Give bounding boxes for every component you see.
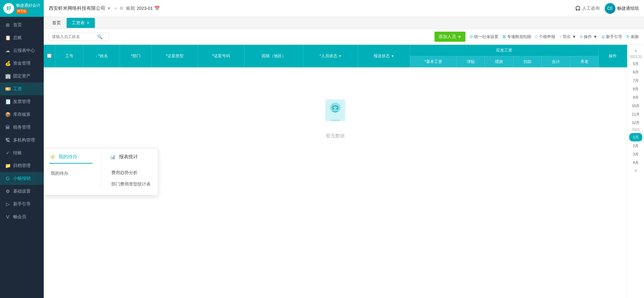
sidebar: 好 畅捷通好会计 网页版 ⊞ 首页 📋 总账 ☁ 云报表中心 💰 资金管理 🏢 … [0, 0, 44, 298]
sidebar-item-invoice[interactable]: 🧾 发票管理 [0, 95, 44, 108]
col-group-should-salary: 应发工资 [410, 45, 599, 56]
customer-service[interactable]: 🎧 人工咨询 [575, 5, 600, 11]
person-status-filter-icon[interactable]: ▼ [338, 54, 342, 58]
timeline-month-3[interactable]: 3月 [628, 150, 644, 159]
company-dropdown-icon: ▼ [107, 6, 111, 11]
popup-section-todo: ⚡ 我的待办 我的待办 [49, 154, 92, 190]
search-input[interactable] [52, 34, 96, 39]
timeline-month-7[interactable]: 7月 [628, 76, 644, 85]
invoice-icon: 🧾 [5, 99, 10, 104]
tax-report-icon: □ [535, 34, 538, 39]
sidebar-item-cloud-report[interactable]: ☁ 云报表中心 [0, 44, 44, 57]
new-guide-action[interactable]: ◎ 新手引导 [601, 34, 622, 40]
tab-close-icon[interactable]: ✕ [86, 21, 90, 25]
timeline-up-icon[interactable]: ▲ [633, 46, 639, 54]
toolbar: 🔍 添加人员 ▼ ⊙ 统一社保设置 ⊞ 专项附加扣除 □ 个税申报 ↑ 导出 [44, 29, 644, 45]
export-action[interactable]: ↑ 导出 ▼ [559, 34, 576, 40]
settings-icon[interactable]: ⚙ [119, 6, 123, 11]
sidebar-item-fund[interactable]: 💰 资金管理 [0, 57, 44, 70]
svg-point-2 [330, 103, 340, 113]
timeline-month-12[interactable]: 12月 [628, 119, 644, 127]
popup-section-reports: 📊 报表统计 费用趋势分析 部门费用类型统计表 [110, 154, 153, 190]
timeline-month-9[interactable]: 9月 [628, 93, 644, 102]
operation-action[interactable]: ≡ 操作 ▼ [580, 34, 597, 40]
logo-text: 畅捷通好会计 网页版 [16, 3, 40, 13]
timeline-month-1-current[interactable]: 1月 [629, 133, 642, 141]
tax-report-action[interactable]: □ 个税申报 [535, 34, 555, 40]
settings-icon: ⚙ [5, 189, 10, 194]
tab-home[interactable]: 首页 [47, 18, 66, 28]
fixed-asset-icon: 🏢 [5, 73, 10, 79]
timeline-month-2[interactable]: 2月 [628, 142, 644, 150]
sidebar-item-new-guide[interactable]: ▷ 新手引导 [0, 198, 44, 210]
popup-todo-item[interactable]: 我的待办 [49, 168, 92, 179]
sidebar-item-salary[interactable]: 💴 工资 [0, 82, 44, 95]
col-id-num: *证星号码 [198, 45, 244, 67]
sidebar-item-tax[interactable]: 🏛 税务管理 [0, 121, 44, 134]
reports-icon: 📊 [110, 154, 116, 160]
social-security-action[interactable]: ⊙ 统一社保设置 [469, 34, 498, 40]
timeline-month-11[interactable]: 11月 [628, 110, 644, 119]
user-profile[interactable]: CE 畅捷通组组 [605, 3, 639, 14]
timeline-month-5[interactable]: 5月 [628, 60, 644, 68]
topbar-right: 🎧 人工咨询 CE 畅捷通组组 [575, 3, 639, 14]
popup-reports-title: 📊 报表统计 [110, 154, 153, 163]
add-person-button[interactable]: 添加人员 ▼ [434, 32, 465, 42]
operation-dropdown-icon: ▼ [593, 34, 597, 39]
timeline-panel: ▲ 2023.01 5月 6月 7月 8月 9月 10月 11月 12月 202… [627, 45, 644, 298]
fund-icon: 💰 [5, 61, 10, 66]
deduction-icon: ⊞ [502, 34, 506, 39]
select-all-checkbox[interactable] [47, 54, 51, 58]
col-total: 合计 [542, 56, 570, 68]
home-icon: ⊞ [5, 22, 10, 28]
refresh-action[interactable]: ↻ 刷新 [626, 34, 639, 40]
col-pension: 养老 [570, 56, 598, 68]
multi-org-icon: 🏗 [5, 137, 10, 143]
popup-report-item-2[interactable]: 部门费用类型统计表 [110, 178, 153, 190]
sidebar-item-closing[interactable]: ✓ 结账 [0, 146, 44, 159]
empty-text: 暂无数据 [326, 133, 345, 139]
period-selector[interactable]: 账期 2023-01 📅 [126, 5, 160, 11]
timeline-month-10[interactable]: 10月 [628, 102, 644, 110]
timeline-month-4[interactable]: 4月 [628, 159, 644, 167]
add-company-icon[interactable]: + [114, 6, 117, 11]
user-avatar: CE [605, 3, 615, 14]
timeline-month-6[interactable]: 6月 [628, 68, 644, 76]
sidebar-item-membership[interactable]: V 畅会员 [0, 210, 44, 223]
toolbar-right: 添加人员 ▼ ⊙ 统一社保设置 ⊞ 专项附加扣除 □ 个税申报 ↑ 导出 ▼ ≡ [434, 32, 639, 42]
popup-todo-title: ⚡ 我的待办 [49, 154, 92, 164]
headset-icon: 🎧 [575, 6, 580, 11]
col-report-status: 报送状态 ▼ [358, 45, 410, 67]
search-icon[interactable]: 🔍 [97, 34, 103, 39]
empty-illustration [318, 94, 352, 128]
tab-salary-table[interactable]: 工资表 ✕ [67, 18, 95, 28]
sidebar-item-home[interactable]: ⊞ 首页 [0, 19, 44, 31]
search-wrap: 🔍 [49, 33, 109, 41]
sidebar-item-basic-settings[interactable]: ⚙ 基础设置 [0, 185, 44, 198]
timeline-month-8[interactable]: 8月 [628, 85, 644, 93]
new-guide-icon: ◎ [601, 34, 605, 39]
sidebar-item-ledger[interactable]: 📋 总账 [0, 31, 44, 44]
ledger-icon: 📋 [5, 35, 10, 40]
timeline-year-header: 2023.01 [628, 54, 644, 60]
operation-icon: ≡ [580, 34, 582, 39]
cloud-icon: ☁ [5, 48, 10, 53]
col-operation: 操作 [599, 45, 627, 67]
svg-point-3 [333, 108, 334, 110]
sidebar-item-fixed-asset[interactable]: 🏢 固定资产 [0, 70, 44, 82]
sidebar-item-archive[interactable]: 📁 归档管理 [0, 159, 44, 172]
sidebar-item-inventory[interactable]: 📦 库存核算 [0, 108, 44, 121]
company-name: 西安虾米网络科技有限公司 [49, 5, 105, 11]
sort-icon: ↕ [96, 54, 97, 58]
deduction-action[interactable]: ⊞ 专项附加扣除 [502, 34, 531, 40]
report-status-filter-icon[interactable]: ▼ [391, 54, 394, 58]
sidebar-item-multi-org[interactable]: 🏗 多机构管理 [0, 134, 44, 146]
tab-bar: 首页 工资表 ✕ [44, 17, 644, 29]
company-selector[interactable]: 西安虾米网络科技有限公司 ▼ [49, 5, 111, 11]
popup-report-item-1[interactable]: 费用趋势分析 [110, 167, 153, 178]
export-dropdown-icon: ▼ [572, 34, 576, 39]
calendar-icon: 📅 [154, 6, 160, 11]
timeline-down-icon[interactable]: ▼ [633, 167, 639, 174]
add-person-dropdown-icon: ▼ [458, 35, 461, 39]
sidebar-item-xiaochang-report[interactable]: G 小畅报销 [0, 172, 44, 185]
